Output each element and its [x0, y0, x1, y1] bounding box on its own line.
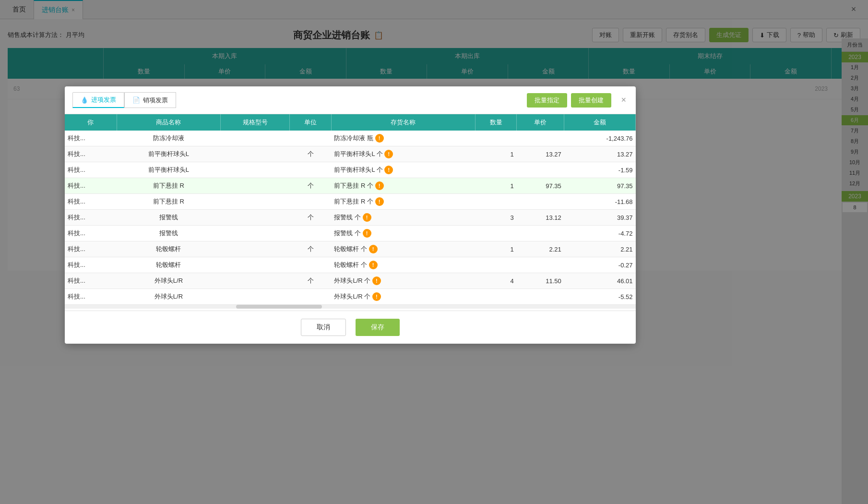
cell-unit [290, 131, 332, 146]
modal-close-button[interactable]: × [619, 95, 628, 105]
col-inventory: 存货名称 [331, 114, 475, 131]
cell-company: 科技... [65, 241, 117, 257]
cell-price [517, 131, 564, 146]
warning-icon[interactable]: ! [363, 229, 371, 238]
warning-icon[interactable]: ! [372, 292, 381, 301]
save-button[interactable]: 保存 [356, 319, 400, 336]
modal-header: 💧 进项发票 📄 销项发票 批量指定 批量创建 × [65, 86, 636, 114]
modal-footer: 取消 保存 [65, 311, 636, 344]
cell-product: 前平衡杆球头L [117, 146, 220, 162]
cell-inventory: 前下悬挂 R 个 ! [331, 178, 475, 194]
tab-in-invoice[interactable]: 💧 进项发票 [72, 92, 124, 108]
cell-unit: 个 [290, 210, 332, 226]
col-unit: 单位 [290, 114, 332, 131]
cancel-button[interactable]: 取消 [301, 319, 346, 336]
warning-icon[interactable]: ! [369, 261, 378, 269]
table-row: 科技... 前下悬挂 R 前下悬挂 R 个 ! -11.68 [65, 194, 636, 210]
cell-inventory: 前平衡杆球头L 个 ! [331, 146, 475, 162]
modal-tabs: 💧 进项发票 📄 销项发票 [72, 92, 176, 108]
cell-amount: 39.37 [564, 210, 636, 226]
cell-amount: -1,243.76 [564, 131, 636, 146]
cell-unit [290, 194, 332, 210]
cell-qty [475, 194, 517, 210]
table-row: 科技... 防冻冷却液 防冻冷却液 瓶 ! -1,243.76 [65, 131, 636, 146]
warning-icon[interactable]: ! [363, 213, 371, 222]
in-invoice-label: 进项发票 [91, 96, 116, 104]
cell-amount: -5.52 [564, 289, 636, 305]
cell-spec [220, 162, 289, 178]
col-price: 单价 [517, 114, 564, 131]
modal-table-wrapper: 你 商品名称 规格型号 单位 存货名称 数量 单价 金额 科技... 防冻冷却液… [65, 114, 636, 305]
out-invoice-icon: 📄 [132, 96, 140, 104]
cell-company: 科技... [65, 131, 117, 146]
cell-amount: -4.72 [564, 226, 636, 241]
batch-assign-button[interactable]: 批量指定 [527, 93, 567, 108]
cell-spec [220, 131, 289, 146]
cell-spec [220, 178, 289, 194]
cell-price [517, 289, 564, 305]
cell-product: 轮毂螺杆 [117, 241, 220, 257]
cell-amount: 2.21 [564, 241, 636, 257]
warning-icon[interactable]: ! [384, 150, 393, 158]
cell-qty: 1 [475, 146, 517, 162]
batch-create-button[interactable]: 批量创建 [571, 93, 611, 108]
cell-company: 科技... [65, 210, 117, 226]
cell-unit: 个 [290, 241, 332, 257]
warning-icon[interactable]: ! [372, 276, 381, 285]
cell-company: 科技... [65, 273, 117, 289]
out-invoice-label: 销项发票 [143, 96, 168, 105]
cell-amount: 13.27 [564, 146, 636, 162]
cell-spec [220, 210, 289, 226]
table-row: 科技... 前平衡杆球头L 前平衡杆球头L 个 ! -1.59 [65, 162, 636, 178]
table-row: 科技... 报警线 个 报警线 个 ! 3 13.12 39.37 [65, 210, 636, 226]
cell-inventory: 外球头L/R 个 ! [331, 273, 475, 289]
cell-company: 科技... [65, 146, 117, 162]
warning-icon[interactable]: ! [384, 166, 393, 174]
cell-unit [290, 162, 332, 178]
cell-unit [290, 226, 332, 241]
col-qty: 数量 [475, 114, 517, 131]
cell-qty [475, 162, 517, 178]
col-spec: 规格型号 [220, 114, 289, 131]
tab-out-invoice[interactable]: 📄 销项发票 [124, 92, 176, 108]
warning-icon[interactable]: ! [375, 181, 384, 190]
modal-horizontal-scrollbar[interactable] [65, 305, 636, 309]
cell-amount: -1.59 [564, 162, 636, 178]
cell-amount: -11.68 [564, 194, 636, 210]
cell-price [517, 162, 564, 178]
cell-price: 13.27 [517, 146, 564, 162]
cell-product: 前下悬挂 R [117, 178, 220, 194]
warning-icon[interactable]: ! [369, 245, 378, 253]
warning-icon[interactable]: ! [375, 134, 384, 143]
cell-spec [220, 273, 289, 289]
col-company: 你 [65, 114, 117, 131]
table-row: 科技... 前下悬挂 R 个 前下悬挂 R 个 ! 1 97.35 97.35 [65, 178, 636, 194]
cell-qty: 3 [475, 210, 517, 226]
cell-product: 外球头L/R [117, 273, 220, 289]
cell-unit: 个 [290, 273, 332, 289]
cell-qty [475, 131, 517, 146]
cell-spec [220, 194, 289, 210]
invoice-table: 你 商品名称 规格型号 单位 存货名称 数量 单价 金额 科技... 防冻冷却液… [65, 114, 636, 305]
cell-qty: 1 [475, 241, 517, 257]
cell-unit: 个 [290, 146, 332, 162]
cell-qty [475, 289, 517, 305]
cell-price: 11.50 [517, 273, 564, 289]
cell-qty [475, 257, 517, 273]
cell-product: 轮毂螺杆 [117, 257, 220, 273]
cell-product: 报警线 [117, 210, 220, 226]
table-row: 科技... 轮毂螺杆 轮毂螺杆 个 ! -0.27 [65, 257, 636, 273]
cell-qty: 1 [475, 178, 517, 194]
warning-icon[interactable]: ! [375, 197, 384, 206]
cell-spec [220, 289, 289, 305]
in-invoice-icon: 💧 [81, 96, 88, 104]
cell-product: 报警线 [117, 226, 220, 241]
cell-spec [220, 146, 289, 162]
cell-product: 前平衡杆球头L [117, 162, 220, 178]
cell-inventory: 前下悬挂 R 个 ! [331, 194, 475, 210]
cell-company: 科技... [65, 194, 117, 210]
cell-company: 科技... [65, 162, 117, 178]
scrollbar-thumb[interactable] [236, 305, 322, 309]
cell-inventory: 外球头L/R 个 ! [331, 289, 475, 305]
cell-price [517, 257, 564, 273]
